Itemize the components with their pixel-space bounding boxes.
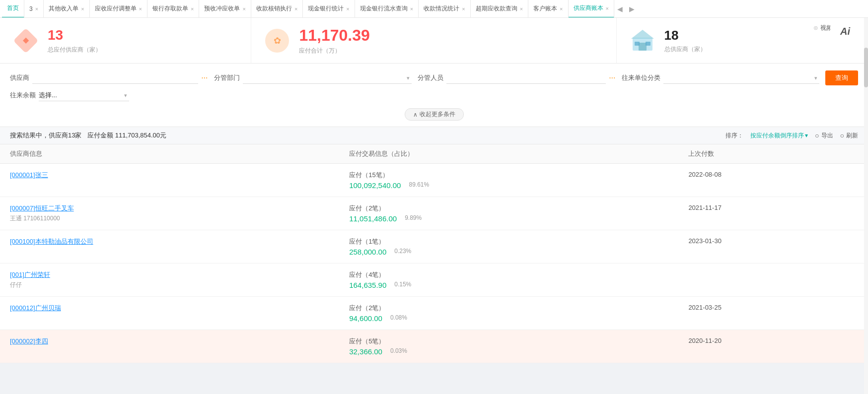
svg-rect-6 bbox=[639, 43, 647, 51]
supplier-link-1[interactable]: [000007]恒旺二手叉车 bbox=[10, 204, 74, 212]
supplier-cell-3: [001]广州荣轩 仔仔 bbox=[10, 270, 349, 289]
table-header: 供应商信息 应付交易信息（占比） 上次付数 bbox=[0, 144, 868, 164]
last-pay-cell-5: 2020-11-20 bbox=[688, 337, 858, 344]
supplier-link-4[interactable]: [000012]广州贝瑞 bbox=[10, 304, 61, 312]
dept-dropdown[interactable]: ▾ bbox=[243, 72, 412, 84]
nav-tab-home-label: 首页 bbox=[7, 4, 19, 12]
close-icon[interactable]: × bbox=[81, 6, 84, 12]
nav-tab-bank-deposit-label: 银行存取款单 bbox=[152, 4, 188, 13]
refresh-icon: ○ bbox=[840, 131, 844, 139]
nav-tab-3[interactable]: 3 × bbox=[24, 0, 44, 18]
supplier-link-2[interactable]: [000100]本特勒油品有限公司 bbox=[10, 238, 93, 245]
nav-tab-prepay-ar[interactable]: 预收冲应收单 × bbox=[199, 0, 251, 18]
trans-amount-4[interactable]: 94,600.00 bbox=[349, 314, 382, 323]
last-pay-5: 2020-11-20 bbox=[688, 337, 722, 344]
person-dots-icon[interactable]: ··· bbox=[609, 73, 615, 82]
collapse-button[interactable]: ∧ 收起更多条件 bbox=[405, 108, 464, 121]
close-icon[interactable]: × bbox=[242, 6, 245, 12]
trans-row-1: 11,051,486.00 9.89% bbox=[349, 213, 688, 223]
results-amount: 应付金额 111,703,854.00元 bbox=[87, 131, 166, 139]
balance-select[interactable]: 选择... bbox=[39, 89, 129, 101]
nav-right-arrow[interactable]: ▶ bbox=[626, 0, 638, 18]
results-bar: 搜索结果中，供应商13家 应付金额 111,703,854.00元 排序： 按应… bbox=[0, 127, 868, 144]
nav-tab-customer-ledger[interactable]: 客户账本 × bbox=[528, 0, 568, 18]
supplier-link-3[interactable]: [001]广州荣轩 bbox=[10, 271, 50, 278]
data-table: 供应商信息 应付交易信息（占比） 上次付数 [000001]张三 应付（15笔）… bbox=[0, 144, 868, 363]
nav-tab-overdue-ar[interactable]: 超期应收款查询 × bbox=[471, 0, 528, 18]
supplier-cell-1: [000007]恒旺二手叉车 王通 17106110000 bbox=[10, 204, 349, 223]
trans-amount-5[interactable]: 32,366.00 bbox=[349, 347, 382, 356]
trans-percent-2: 0.23% bbox=[394, 248, 411, 255]
close-icon[interactable]: × bbox=[139, 6, 142, 12]
close-icon[interactable]: × bbox=[346, 6, 349, 12]
nav-tab-receipt-stat[interactable]: 收款情况统计 × bbox=[419, 0, 470, 18]
nav-tab-home[interactable]: 首页 bbox=[2, 0, 24, 18]
refresh-button[interactable]: ○ 刷新 bbox=[840, 131, 858, 140]
close-icon[interactable]: × bbox=[410, 6, 413, 12]
trans-label-4: 应付（2笔） bbox=[349, 304, 688, 313]
export-button[interactable]: ○ 导出 bbox=[815, 131, 833, 140]
last-pay-cell-2: 2023-01-30 bbox=[688, 237, 858, 245]
nav-tab-overdue-ar-label: 超期应收款查询 bbox=[476, 4, 517, 13]
person-filter-label: 分管人员 bbox=[418, 73, 443, 82]
trans-row-3: 164,635.90 0.15% bbox=[349, 279, 688, 289]
filter-dept: 分管部门 ▾ bbox=[214, 72, 412, 84]
table-row: [001]广州荣轩 仔仔 应付（4笔） 164,635.90 0.15% bbox=[0, 263, 868, 297]
query-button[interactable]: 查询 bbox=[825, 70, 858, 85]
collapse-bar: ∧ 收起更多条件 bbox=[10, 105, 858, 122]
supplier-filter-label: 供应商 bbox=[10, 73, 29, 82]
last-pay-4: 2021-03-25 bbox=[688, 304, 722, 311]
stat-card-suppliers: ◆ 13 总应付供应商（家） bbox=[0, 18, 251, 63]
svg-rect-8 bbox=[646, 42, 651, 46]
right-scrollbar[interactable] bbox=[864, 18, 868, 363]
dept-filter-label: 分管部门 bbox=[214, 73, 240, 82]
dept-select[interactable] bbox=[243, 72, 412, 83]
trans-amount-0[interactable]: 100,092,540.00 bbox=[349, 181, 401, 190]
nav-tab-cash-bank-stat-label: 现金银行统计 bbox=[308, 4, 344, 13]
close-icon[interactable]: × bbox=[191, 6, 194, 12]
close-icon[interactable]: × bbox=[606, 5, 609, 11]
trans-label-1: 应付（2笔） bbox=[349, 204, 688, 213]
trans-cell-1: 应付（2笔） 11,051,486.00 9.89% bbox=[349, 204, 688, 223]
supplier-input[interactable] bbox=[32, 72, 198, 84]
close-icon[interactable]: × bbox=[294, 6, 297, 12]
ai-button[interactable]: Ai bbox=[830, 24, 860, 39]
balance-dropdown[interactable]: 选择... ▾ bbox=[39, 89, 129, 101]
supplier-sub-1: 王通 17106110000 bbox=[10, 214, 349, 223]
nav-tab-bank-deposit[interactable]: 银行存取款单 × bbox=[147, 0, 199, 18]
close-icon[interactable]: × bbox=[35, 6, 38, 12]
supplier-link-0[interactable]: [000001]张三 bbox=[10, 171, 48, 179]
nav-tab-3-label: 3 bbox=[29, 5, 33, 12]
trans-amount-3[interactable]: 164,635.90 bbox=[349, 281, 386, 289]
nav-tab-cash-bank-flow[interactable]: 现金银行流水查询 × bbox=[355, 0, 419, 18]
nav-tab-cash-bank-stat[interactable]: 现金银行统计 × bbox=[303, 0, 355, 18]
filter-row-1: 供应商 ··· 分管部门 ▾ 分管人员 ··· 往来单位分类 bbox=[10, 70, 858, 85]
scrollbar-thumb[interactable] bbox=[864, 48, 868, 87]
supplier-cell-4: [000012]广州贝瑞 bbox=[10, 304, 349, 314]
stat-number-total-suppliers: 18 bbox=[664, 28, 706, 43]
close-icon[interactable]: × bbox=[520, 6, 523, 12]
trans-amount-1[interactable]: 11,051,486.00 bbox=[349, 214, 397, 223]
nav-tab-ar-ap-adjust-label: 应收应付调整单 bbox=[95, 4, 137, 13]
trans-amount-2[interactable]: 258,000.00 bbox=[349, 248, 386, 256]
nav-left-arrow[interactable]: ◀ bbox=[614, 0, 626, 18]
filter-person: 分管人员 ··· bbox=[418, 72, 616, 84]
refresh-label: 刷新 bbox=[846, 131, 858, 140]
supplier-dots-icon[interactable]: ··· bbox=[201, 73, 208, 82]
stat-info-suppliers: 13 总应付供应商（家） bbox=[48, 27, 101, 54]
nav-tab-supplier-ledger[interactable]: 供应商账本 × bbox=[569, 0, 614, 18]
nav-tab-other-income[interactable]: 其他收入单 × bbox=[44, 0, 89, 18]
category-dropdown[interactable]: ▾ bbox=[663, 72, 820, 84]
person-input[interactable] bbox=[446, 72, 606, 84]
nav-tab-receipt-verify[interactable]: 收款核销执行 × bbox=[251, 0, 303, 18]
nav-tab-ar-ap-adjust[interactable]: 应收应付调整单 × bbox=[90, 0, 147, 18]
close-icon[interactable]: × bbox=[560, 6, 563, 12]
category-select[interactable] bbox=[663, 72, 820, 83]
close-icon[interactable]: × bbox=[462, 6, 465, 12]
results-actions: 排序： 按应付余额倒序排序 ▾ ○ 导出 ○ 刷新 bbox=[725, 131, 858, 140]
stat-label-suppliers: 总应付供应商（家） bbox=[48, 46, 101, 54]
top-navigation: 首页 3 × 其他收入单 × 应收应付调整单 × 银行存取款单 × 预收冲应收单… bbox=[0, 0, 868, 18]
sort-value[interactable]: 按应付余额倒序排序 ▾ bbox=[750, 131, 808, 140]
video-link[interactable]: ⊙ 视频 bbox=[813, 24, 832, 32]
supplier-link-5[interactable]: [000002]李四 bbox=[10, 337, 48, 345]
